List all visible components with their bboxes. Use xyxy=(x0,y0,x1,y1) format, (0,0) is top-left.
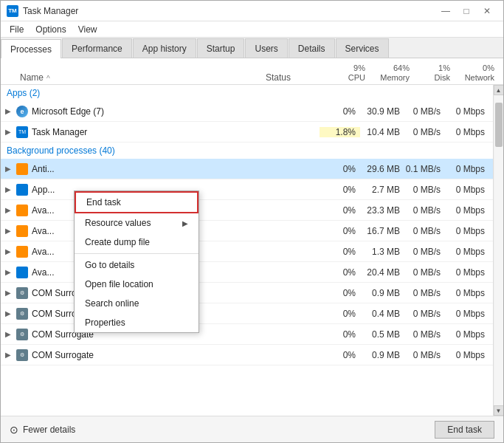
anti-icon xyxy=(15,162,29,176)
expand-icon[interactable]: ▶ xyxy=(1,330,15,338)
process-name: Task Manager xyxy=(32,127,253,137)
ava-icon xyxy=(15,204,29,217)
context-menu-open-file-location[interactable]: Open file location xyxy=(75,275,199,294)
tab-startup[interactable]: Startup xyxy=(197,38,245,58)
expand-icon[interactable]: ▶ xyxy=(1,289,15,297)
process-disk: 0 MB/s xyxy=(404,247,445,257)
submenu-arrow-icon: ▶ xyxy=(182,219,188,227)
tab-app-history[interactable]: App history xyxy=(133,38,196,58)
context-menu-go-to-details[interactable]: Go to details xyxy=(75,255,199,275)
menu-options[interactable]: Options xyxy=(30,23,72,36)
tab-bar: Processes Performance App history Startu… xyxy=(1,38,503,58)
process-cpu: 0% xyxy=(320,267,360,278)
process-memory: 23.3 MB xyxy=(360,205,404,216)
com3-icon: ⚙ xyxy=(15,328,29,341)
close-button[interactable]: ✕ xyxy=(477,3,497,19)
process-memory: 0.4 MB xyxy=(360,309,404,319)
col-header-network[interactable]: 0% Network xyxy=(455,63,499,83)
context-menu-resource-values[interactable]: Resource values ▶ xyxy=(75,213,199,233)
process-name: Microsoft Edge (7) xyxy=(32,106,253,117)
process-cpu: 0% xyxy=(320,106,360,117)
context-menu-end-task[interactable]: End task xyxy=(75,191,199,213)
context-menu-create-dump[interactable]: Create dump file xyxy=(75,233,199,252)
process-cpu: 1.8% xyxy=(320,127,360,137)
ava4-icon xyxy=(15,266,29,279)
process-network: 0 Mbps xyxy=(445,267,489,278)
expand-icon[interactable]: ▶ xyxy=(1,309,15,317)
expand-icon[interactable]: ▶ xyxy=(1,351,15,359)
expand-icon[interactable]: ▶ xyxy=(1,206,15,214)
com1-icon: ⚙ xyxy=(15,286,29,300)
scroll-up-button[interactable]: ▲ xyxy=(494,85,504,95)
process-disk: 0 MB/s xyxy=(404,205,445,216)
sort-arrow-icon: ^ xyxy=(46,75,50,83)
tab-processes[interactable]: Processes xyxy=(1,39,61,58)
edge-icon: e xyxy=(15,105,29,118)
process-disk: 0 MB/s xyxy=(404,329,445,340)
process-memory: 20.4 MB xyxy=(360,267,404,278)
table-row[interactable]: ▶ ⚙ COM Surrogate 0% 0.9 MB 0 MB/s 0 Mbp… xyxy=(1,345,493,365)
tab-services[interactable]: Services xyxy=(336,38,389,58)
column-header: Name ^ Status 9% CPU 64% Memory 1% Disk … xyxy=(1,58,503,85)
process-memory: 0.9 MB xyxy=(360,288,404,298)
process-network: 0 Mbps xyxy=(445,288,489,298)
context-menu-properties[interactable]: Properties xyxy=(75,313,199,332)
expand-icon[interactable]: ▶ xyxy=(1,247,15,255)
process-disk: 0 MB/s xyxy=(404,267,445,278)
process-network: 0 Mbps xyxy=(445,127,489,137)
expand-icon[interactable]: ▶ xyxy=(1,227,15,235)
process-memory: 16.7 MB xyxy=(360,226,404,236)
expand-icon[interactable]: ▶ xyxy=(1,107,15,115)
fewer-details-label: Fewer details xyxy=(23,425,75,435)
process-disk: 0 MB/s xyxy=(404,226,445,236)
ava2-icon xyxy=(15,224,29,238)
process-network: 0 Mbps xyxy=(445,185,489,195)
minimize-button[interactable]: — xyxy=(435,3,456,19)
col-header-memory[interactable]: 64% Memory xyxy=(370,63,414,83)
col-header-status[interactable]: Status xyxy=(263,72,329,83)
menu-bar: File Options View xyxy=(1,21,503,38)
menu-view[interactable]: View xyxy=(72,23,103,36)
process-network: 0 Mbps xyxy=(445,329,489,340)
window-icon: TM xyxy=(7,5,18,17)
scrollbar[interactable]: ▲ ▼ xyxy=(493,85,503,416)
context-menu: End task Resource values ▶ Create dump f… xyxy=(74,190,199,333)
col-header-name[interactable]: Name ^ xyxy=(1,72,263,83)
expand-icon[interactable]: ▶ xyxy=(1,165,15,173)
table-row[interactable]: ▶ TM Task Manager 1.8% 10.4 MB 0 MB/s 0 … xyxy=(1,122,493,142)
process-memory: 0.5 MB xyxy=(360,329,404,340)
expand-icon[interactable]: ▶ xyxy=(1,185,15,193)
process-network: 0 Mbps xyxy=(445,106,489,117)
expand-icon[interactable]: ▶ xyxy=(1,268,15,276)
col-header-cpu[interactable]: 9% CPU xyxy=(329,63,370,83)
process-disk: 0 MB/s xyxy=(404,309,445,319)
tab-details[interactable]: Details xyxy=(289,38,335,58)
context-menu-search-online[interactable]: Search online xyxy=(75,294,199,313)
scroll-down-button[interactable]: ▼ xyxy=(494,405,504,416)
process-network: 0 Mbps xyxy=(445,247,489,257)
process-cpu: 0% xyxy=(320,288,360,298)
tab-users[interactable]: Users xyxy=(245,38,287,58)
process-cpu: 0% xyxy=(320,205,360,216)
title-bar-buttons: — □ ✕ xyxy=(435,3,497,19)
table-row[interactable]: ▶ e Microsoft Edge (7) 0% 30.9 MB 0 MB/s… xyxy=(1,101,493,122)
menu-file[interactable]: File xyxy=(4,23,30,36)
process-memory: 1.3 MB xyxy=(360,247,404,257)
col-header-disk[interactable]: 1% Disk xyxy=(414,63,455,83)
fewer-details-button[interactable]: ⊙ Fewer details xyxy=(10,424,75,436)
scroll-track[interactable] xyxy=(494,95,503,405)
process-disk: 0 MB/s xyxy=(404,106,445,117)
process-memory: 30.9 MB xyxy=(360,106,404,117)
scroll-thumb[interactable] xyxy=(495,103,503,147)
process-network: 0 Mbps xyxy=(445,226,489,236)
process-cpu: 0% xyxy=(320,226,360,236)
end-task-button[interactable]: End task xyxy=(435,421,494,439)
tab-performance[interactable]: Performance xyxy=(62,38,132,58)
table-row[interactable]: ▶ Anti... 0% 29.6 MB 0.1 MB/s 0 Mbps xyxy=(1,159,493,179)
expand-icon[interactable]: ▶ xyxy=(1,128,15,136)
process-name: Anti... xyxy=(32,164,253,174)
footer: ⊙ Fewer details End task xyxy=(1,416,503,442)
com4-icon: ⚙ xyxy=(15,348,29,362)
maximize-button[interactable]: □ xyxy=(456,3,477,19)
process-cpu: 0% xyxy=(320,329,360,340)
